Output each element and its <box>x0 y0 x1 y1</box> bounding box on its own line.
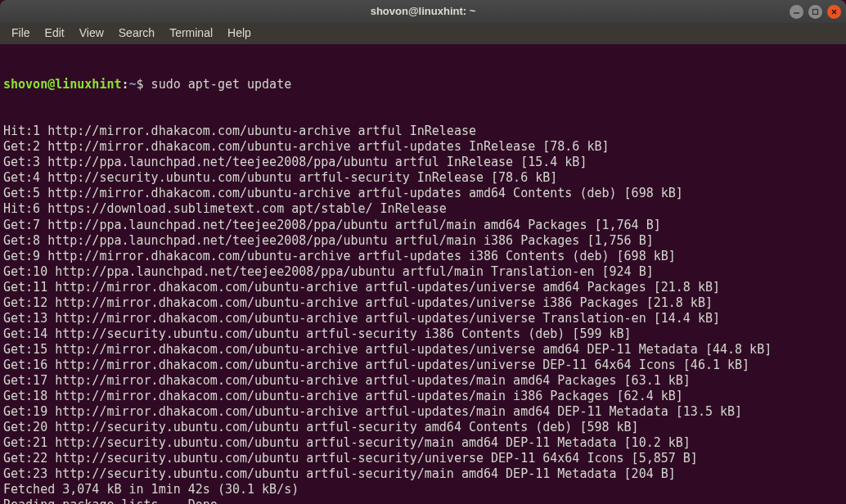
output-line: Get:21 http://security.ubuntu.com/ubuntu… <box>3 435 843 451</box>
output-line: Get:20 http://security.ubuntu.com/ubuntu… <box>3 420 843 435</box>
output-line: Get:18 http://mirror.dhakacom.com/ubuntu… <box>3 389 843 404</box>
menu-search[interactable]: Search <box>112 24 161 43</box>
output-line: Get:2 http://mirror.dhakacom.com/ubuntu-… <box>3 139 843 155</box>
output-line: Fetched 3,074 kB in 1min 42s (30.1 kB/s) <box>3 482 843 497</box>
menu-view[interactable]: View <box>73 24 110 43</box>
output-line: Get:22 http://security.ubuntu.com/ubuntu… <box>3 451 843 466</box>
minimize-button[interactable] <box>790 5 803 19</box>
output-line: Get:13 http://mirror.dhakacom.com/ubuntu… <box>3 311 843 326</box>
output-line: Get:15 http://mirror.dhakacom.com/ubuntu… <box>3 342 843 358</box>
output-line: Get:3 http://ppa.launchpad.net/teejee200… <box>3 155 843 170</box>
titlebar[interactable]: shovon@linuxhint: ~ <box>0 0 846 23</box>
menu-terminal[interactable]: Terminal <box>163 24 219 43</box>
output-line: Get:12 http://mirror.dhakacom.com/ubuntu… <box>3 295 843 311</box>
menu-file[interactable]: File <box>5 24 37 43</box>
menu-edit[interactable]: Edit <box>38 24 71 43</box>
menu-help[interactable]: Help <box>221 24 258 43</box>
output-line: Get:4 http://security.ubuntu.com/ubuntu … <box>3 170 843 186</box>
output-line: Reading package lists... Done <box>3 497 843 504</box>
menubar: File Edit View Search Terminal Help <box>0 23 846 44</box>
prompt-user-host: shovon@linuxhint <box>3 77 122 92</box>
terminal[interactable]: shovon@linuxhint:~$ sudo apt-get update … <box>0 44 846 504</box>
output-line: Get:17 http://mirror.dhakacom.com/ubuntu… <box>3 373 843 389</box>
output: Hit:1 http://mirror.dhakacom.com/ubuntu-… <box>3 124 843 504</box>
window-title: shovon@linuxhint: ~ <box>371 5 476 19</box>
output-line: Get:5 http://mirror.dhakacom.com/ubuntu-… <box>3 186 843 201</box>
output-line: Get:8 http://ppa.launchpad.net/teejee200… <box>3 233 843 249</box>
prompt-line: shovon@linuxhint:~$ sudo apt-get update <box>3 77 843 92</box>
close-button[interactable] <box>827 5 841 19</box>
svg-rect-1 <box>813 9 818 14</box>
command-text: sudo apt-get update <box>144 77 292 92</box>
output-line: Hit:1 http://mirror.dhakacom.com/ubuntu-… <box>3 124 843 139</box>
output-line: Hit:6 https://download.sublimetext.com a… <box>3 201 843 217</box>
prompt-path: ~ <box>129 77 137 92</box>
prompt-colon: : <box>122 77 129 92</box>
maximize-button[interactable] <box>808 5 822 19</box>
output-line: Get:19 http://mirror.dhakacom.com/ubuntu… <box>3 404 843 420</box>
output-line: Get:16 http://mirror.dhakacom.com/ubuntu… <box>3 358 843 373</box>
output-line: Get:23 http://security.ubuntu.com/ubuntu… <box>3 466 843 482</box>
output-line: Get:14 http://security.ubuntu.com/ubuntu… <box>3 326 843 342</box>
output-line: Get:11 http://mirror.dhakacom.com/ubuntu… <box>3 280 843 295</box>
prompt-dollar: $ <box>137 77 144 92</box>
output-line: Get:10 http://ppa.launchpad.net/teejee20… <box>3 264 843 280</box>
output-line: Get:7 http://ppa.launchpad.net/teejee200… <box>3 218 843 233</box>
window-controls <box>790 5 841 19</box>
output-line: Get:9 http://mirror.dhakacom.com/ubuntu-… <box>3 249 843 264</box>
